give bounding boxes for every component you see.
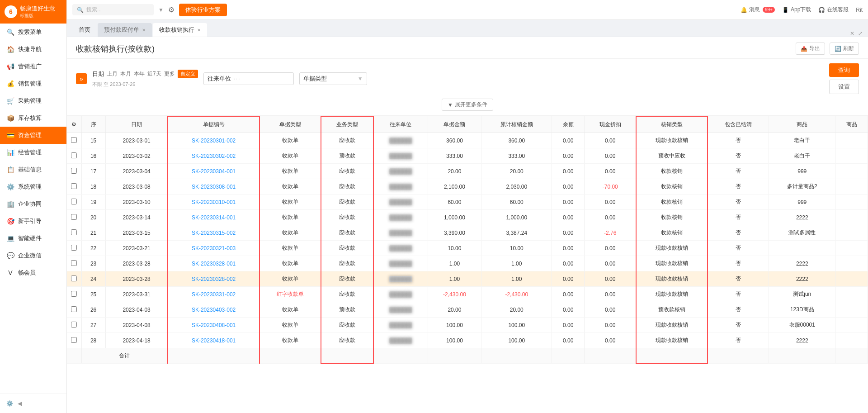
doc-no-link[interactable]: SK-20230403-002: [192, 307, 236, 313]
date-7days[interactable]: 近7天: [147, 70, 161, 78]
doc-no-link[interactable]: SK-20230310-001: [192, 199, 236, 205]
cell-goods: 123D商品: [769, 302, 835, 318]
cell-include-settled: 否: [708, 225, 769, 241]
sidebar-item-sales[interactable]: 💰 销售管理: [0, 75, 66, 92]
sidebar-item-quicknav[interactable]: 🏠 快捷导航: [0, 41, 66, 58]
cell-gear[interactable]: [67, 179, 81, 195]
doc-no-link[interactable]: SK-20230301-002: [192, 138, 236, 144]
sidebar-item-inventory[interactable]: 📦 库存核算: [0, 109, 66, 127]
cell-gear[interactable]: [67, 302, 81, 318]
date-curr-month[interactable]: 本月: [120, 70, 131, 78]
doc-no-link[interactable]: SK-20230302-002: [192, 153, 236, 159]
filter-settings-button[interactable]: 设置: [829, 80, 859, 94]
online-service-link[interactable]: 🎧 在线客服: [818, 6, 849, 14]
tab-bar: 首页 预付款应付单 ✕ 收款核销执行 ✕ ✕ ⤢: [67, 20, 868, 37]
sidebar-item-system[interactable]: ⚙️ 系统管理: [0, 178, 66, 195]
cell-goods2: [835, 287, 868, 302]
sidebar-item-finance[interactable]: 💳 资金管理: [0, 127, 66, 144]
doc-type-filter[interactable]: 单据类型 ▼: [299, 72, 367, 85]
cell-gear[interactable]: [67, 333, 81, 348]
table-row: 17 2023-03-04 SK-20230304-001 收款单 应收款 ██…: [67, 164, 868, 179]
cell-gear[interactable]: [67, 318, 81, 333]
doc-no-link[interactable]: SK-20230304-001: [192, 168, 236, 175]
user-name[interactable]: Rit: [856, 7, 863, 13]
date-curr-year[interactable]: 本年: [134, 70, 145, 78]
cell-gear[interactable]: [67, 271, 81, 287]
topbar-dropdown-arrow[interactable]: ▼: [158, 7, 164, 13]
doc-no-link[interactable]: SK-20230308-001: [192, 184, 236, 190]
tab-close-all-icon[interactable]: ✕: [850, 30, 854, 37]
notification-badge: 99+: [763, 7, 775, 13]
filter-toggle-button[interactable]: »: [76, 73, 87, 84]
cell-balance: 0.00: [552, 179, 585, 195]
member-icon: V: [6, 269, 14, 277]
cell-gear[interactable]: [67, 195, 81, 210]
cell-partner: ██████: [373, 179, 428, 195]
cell-balance: 0.00: [552, 195, 585, 210]
tab-prepay-close[interactable]: ✕: [142, 28, 146, 33]
cell-biz-type: 应收款: [321, 195, 373, 210]
doc-no-link[interactable]: SK-20230315-002: [192, 230, 236, 236]
sidebar-item-operations[interactable]: 📊 经营管理: [0, 144, 66, 161]
expand-conditions-button[interactable]: ▼ 展开更多条件: [442, 99, 493, 111]
sidebar-item-member[interactable]: V 畅会员: [0, 264, 66, 281]
sidebar-item-wechat[interactable]: 💬 企业微信: [0, 247, 66, 264]
sidebar-item-basic[interactable]: 📋 基础信息: [0, 161, 66, 178]
cell-cancel-type: 现款收款核销: [636, 256, 708, 271]
bell-icon: 🔔: [741, 7, 747, 13]
date-custom[interactable]: 自定义: [178, 70, 198, 78]
main-area: 🔍 搜索... ▼ ⚙ 体验行业方案 🔔 消息 99+ 📱 App下载 🎧 在线…: [67, 0, 868, 413]
export-button[interactable]: 📤 导出: [796, 43, 825, 55]
sidebar-item-purchase[interactable]: 🛒 采购管理: [0, 92, 66, 109]
cell-no: 21: [81, 225, 105, 241]
doc-no-link[interactable]: SK-20230321-003: [192, 245, 236, 252]
cell-gear[interactable]: [67, 210, 81, 225]
sidebar-item-guide[interactable]: 🎯 新手引导: [0, 213, 66, 230]
table-row: 28 2023-04-18 SK-20230418-001 收款单 应收款 ██…: [67, 333, 868, 348]
tab-collection[interactable]: 收款核销执行 ✕: [153, 23, 207, 37]
filter-row: » 日期 上月 本月 本年 近7天 更多 自定义 不限 至 2023-07-26…: [76, 63, 859, 94]
doc-no-link[interactable]: SK-20230328-002: [192, 276, 236, 282]
topbar-search-box[interactable]: 🔍 搜索...: [72, 4, 154, 15]
cell-gear[interactable]: [67, 287, 81, 302]
sidebar-collapse-icon[interactable]: ◀: [18, 400, 22, 407]
notification-area[interactable]: 🔔 消息 99+: [741, 6, 775, 14]
col-gear[interactable]: ⚙: [67, 116, 81, 133]
refresh-button[interactable]: 🔄 刷新: [830, 43, 859, 55]
sidebar-item-marketing[interactable]: 📢 营销推广: [0, 58, 66, 75]
cell-gear[interactable]: [67, 133, 81, 148]
date-prev-month[interactable]: 上月: [107, 70, 118, 78]
sidebar-item-hardware[interactable]: 💻 智能硬件: [0, 230, 66, 247]
topbar-gear-icon[interactable]: ⚙: [168, 5, 175, 14]
cell-gear[interactable]: [67, 241, 81, 256]
col-doc-type: 单据类型: [259, 116, 321, 133]
app-download-link[interactable]: 📱 App下载: [782, 6, 811, 14]
doc-no-link[interactable]: SK-20230418-001: [192, 337, 236, 344]
cell-gear[interactable]: [67, 164, 81, 179]
sidebar-item-enterprise[interactable]: 🏢 企业协同: [0, 195, 66, 213]
tab-collection-close[interactable]: ✕: [197, 28, 201, 33]
sidebar-item-search[interactable]: 🔍 搜索菜单: [0, 24, 66, 41]
cell-goods2: [835, 225, 868, 241]
cell-gear[interactable]: [67, 225, 81, 241]
cell-include-settled: 否: [708, 179, 769, 195]
cell-cancel-type: 现款收款核销: [636, 271, 708, 287]
cell-include-settled: 否: [708, 287, 769, 302]
query-button[interactable]: 查询: [829, 63, 859, 77]
sidebar-settings-icon[interactable]: ⚙️: [6, 400, 13, 407]
date-more[interactable]: 更多: [164, 70, 175, 78]
cell-cash-discount: 0.00: [585, 133, 637, 148]
cell-gear[interactable]: [67, 148, 81, 164]
tab-home[interactable]: 首页: [72, 23, 97, 37]
doc-no-link[interactable]: SK-20230328-001: [192, 261, 236, 267]
doc-no-link[interactable]: SK-20230314-001: [192, 214, 236, 221]
cell-gear[interactable]: [67, 256, 81, 271]
doc-no-link[interactable]: SK-20230331-002: [192, 291, 236, 298]
tab-prepay[interactable]: 预付款应付单 ✕: [98, 23, 152, 37]
tab-maximize-icon[interactable]: ⤢: [858, 30, 863, 37]
industry-solution-button[interactable]: 体验行业方案: [179, 4, 227, 16]
export-icon: 📤: [801, 46, 807, 52]
doc-no-link[interactable]: SK-20230408-001: [192, 322, 236, 328]
cell-balance: 0.00: [552, 302, 585, 318]
partner-filter[interactable]: 往来单位 ···: [203, 72, 294, 85]
